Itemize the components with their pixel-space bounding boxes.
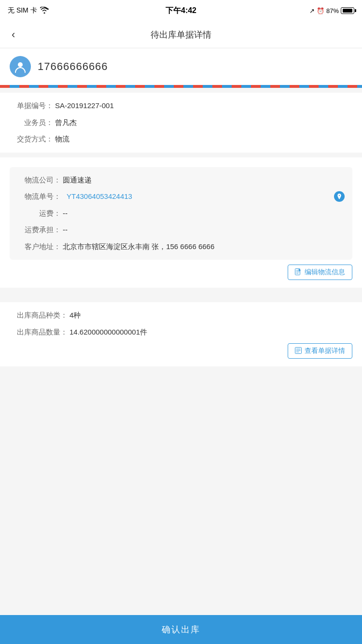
view-detail-icon [295,347,302,355]
freight-label: 运费： [17,208,61,219]
address-row: 客户地址： 北京市市辖区海淀区永丰南 张，156 6666 6666 [17,241,345,252]
view-detail-label: 查看单据详情 [305,347,345,355]
location-icon[interactable] [334,191,345,202]
goods-type-value: 4种 [70,310,352,321]
wifi-icon [40,7,49,15]
freight-bearer-value: -- [63,224,345,236]
address-value: 北京市市辖区海淀区永丰南 张，156 6666 6666 [63,241,345,252]
back-button[interactable]: ‹ [8,27,19,43]
order-row: 单据编号： SA-20191227-001 [10,100,352,112]
confirm-button-label: 确认出库 [162,624,200,635]
delivery-label: 交货方式： [10,134,53,145]
view-detail-button-wrapper: 查看单据详情 [10,343,352,359]
edit-icon [295,268,302,277]
freight-row: 运费： -- [17,208,345,219]
tracking-row: 物流单号： YT43064053424413 [17,191,345,202]
dashed-divider [0,85,362,88]
gps-icon: ↗ [309,7,315,14]
address-label: 客户地址： [17,241,61,252]
salesman-value: 曾凡杰 [55,117,352,128]
customer-header: 17666666666 [0,48,362,85]
salesman-label: 业务员： [10,117,53,128]
edit-logistics-button-wrapper: 编辑物流信息 [10,265,352,280]
goods-type-label: 出库商品种类： [10,310,68,321]
carrier-text: 无 SIM 卡 [8,6,37,15]
order-label: 单据编号： [10,100,53,112]
customer-phone: 17666666666 [38,60,108,73]
avatar [10,56,31,77]
salesman-row: 业务员： 曾凡杰 [10,117,352,128]
tracking-label: 物流单号： [17,191,61,202]
logistics-section: 物流公司： 圆通速递 物流单号： YT43064053424413 运费： --… [0,157,362,288]
status-bar: 无 SIM 卡 下午4:42 ↗ ⏰ 87% [0,0,362,21]
freight-bearer-label: 运费承担： [17,224,61,236]
goods-quantity-value: 14.620000000000001件 [70,327,352,338]
confirm-button[interactable]: 确认出库 [0,615,362,644]
goods-quantity-row: 出库商品数量： 14.620000000000001件 [10,327,352,338]
order-value: SA-20191227-001 [55,100,352,112]
tracking-value: YT43064053424413 [67,191,326,202]
page-title: 待出库单据详情 [151,29,211,41]
alarm-icon: ⏰ [317,7,324,14]
freight-bearer-row: 运费承担： -- [17,224,345,236]
company-row: 物流公司： 圆通速递 [17,175,345,186]
nav-bar: ‹ 待出库单据详情 [0,21,362,48]
delivery-value: 物流 [55,134,352,145]
goods-quantity-label: 出库商品数量： [10,327,68,338]
logistics-card: 物流公司： 圆通速递 物流单号： YT43064053424413 运费： --… [10,167,352,260]
basic-info-section: 单据编号： SA-20191227-001 业务员： 曾凡杰 交货方式： 物流 [0,93,362,153]
goods-type-row: 出库商品种类： 4种 [10,310,352,321]
battery-icon [341,7,354,14]
status-left: 无 SIM 卡 [8,6,49,15]
company-label: 物流公司： [17,175,61,186]
section-gap [0,293,362,297]
edit-logistics-button[interactable]: 编辑物流信息 [288,265,352,280]
goods-section: 出库商品种类： 4种 出库商品数量： 14.620000000000001件 查… [0,302,362,366]
status-time: 下午4:42 [166,6,196,16]
freight-value: -- [63,208,345,219]
edit-logistics-label: 编辑物流信息 [305,268,345,277]
company-value: 圆通速递 [63,175,345,186]
svg-point-0 [18,62,23,67]
view-detail-button[interactable]: 查看单据详情 [288,343,352,359]
status-right: ↗ ⏰ 87% [309,7,354,14]
battery-percent: 87% [326,7,339,14]
delivery-row: 交货方式： 物流 [10,134,352,145]
